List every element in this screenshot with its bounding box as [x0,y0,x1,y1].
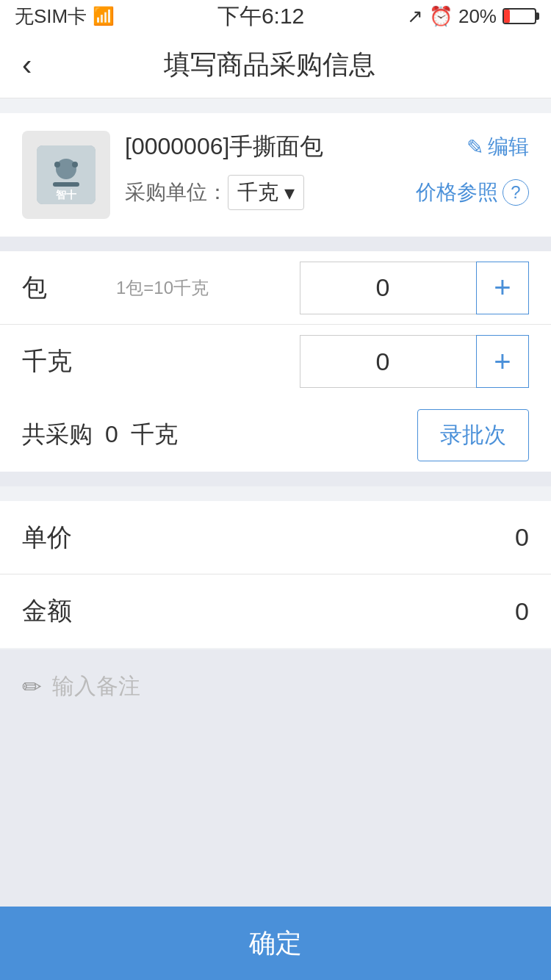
kg-plus-button[interactable]: + [476,335,529,388]
price-ref-help-icon: ? [503,179,529,206]
unit-price-row: 单价 0 [0,501,551,574]
battery-percent: 20% [458,5,497,28]
edit-button[interactable]: ✎ 编辑 [467,133,529,161]
total-row: 共采购 0 千克 录批次 [0,398,551,472]
svg-point-2 [54,162,60,167]
edit-label: 编辑 [488,133,529,161]
unit-label: 采购单位： [125,179,228,206]
bag-input-control: + [300,262,529,314]
status-time: 下午6:12 [217,1,304,32]
amount-value: 0 [515,597,529,626]
status-bar: 无SIM卡 📶 下午6:12 ↗ ⏰ 20% [0,0,551,32]
location-icon: ↗ [407,5,423,28]
kg-input-row: 千克 + [0,325,551,398]
bag-input-row: 包 1包=10千克 + [0,251,551,325]
price-ref-label: 价格参照 [416,179,498,206]
svg-text:智十: 智十 [55,189,77,201]
input-section: 包 1包=10千克 + 千克 + [0,251,551,398]
bag-label: 包 [22,271,110,305]
svg-point-3 [72,162,78,167]
back-button[interactable]: ‹ [22,48,46,82]
confirm-bar[interactable]: 确定 [0,907,551,980]
batch-button[interactable]: 录批次 [417,409,529,461]
kg-quantity-input[interactable] [300,335,476,388]
total-unit: 千克 [131,421,178,447]
remark-section[interactable]: ✏ 输入备注 [0,649,551,724]
unit-price-value: 0 [515,523,529,552]
unit-row: 采购单位： 千克 ▾ 价格参照 ? [125,175,529,210]
product-info: [0000006]手撕面包 ✎ 编辑 采购单位： 千克 ▾ 价格参照 ? [125,131,529,210]
unit-selector: 采购单位： 千克 ▾ [125,175,304,210]
product-card: 智十 [0000006]手撕面包 ✎ 编辑 采购单位： 千克 ▾ 价格参照 [0,113,551,237]
amount-label: 金额 [22,594,72,628]
page-title: 填写商品采购信息 [46,47,492,83]
kg-input-control: + [300,335,529,388]
bag-quantity-input[interactable] [300,262,476,314]
svg-point-1 [56,159,76,179]
bag-hint: 1包=10千克 [116,276,300,300]
product-id: [0000006] [125,133,229,159]
battery-icon [503,8,536,24]
svg-rect-4 [53,182,79,187]
total-prefix: 共采购 [22,421,93,447]
total-text: 共采购 0 千克 [22,419,178,451]
section-divider-2 [0,472,551,486]
alarm-icon: ⏰ [429,5,453,28]
remark-placeholder: 输入备注 [52,671,140,702]
brand-logo-svg: 智十 [37,145,96,204]
nav-bar: ‹ 填写商品采购信息 [0,32,551,98]
wifi-icon: 📶 [93,6,115,26]
kg-label: 千克 [22,345,110,378]
section-divider-1 [0,237,551,251]
amount-row: 金额 0 [0,574,551,648]
total-amount: 0 [105,421,118,447]
unit-dropdown[interactable]: 千克 ▾ [228,175,304,210]
price-section: 单价 0 金额 0 [0,501,551,648]
bag-plus-button[interactable]: + [476,262,529,314]
carrier-label: 无SIM卡 [15,4,87,29]
dropdown-arrow-icon: ▾ [284,181,295,205]
product-name-row: [0000006]手撕面包 ✎ 编辑 [125,131,529,163]
price-reference-button[interactable]: 价格参照 ? [416,179,529,206]
unit-price-label: 单价 [22,521,72,555]
product-title: 手撕面包 [229,133,323,159]
confirm-button[interactable]: 确定 [249,926,302,962]
pencil-icon: ✏ [22,673,42,701]
status-left: 无SIM卡 📶 [15,4,115,29]
product-logo: 智十 [37,145,96,204]
battery-fill [504,10,510,23]
product-name: [0000006]手撕面包 [125,131,323,163]
status-right: ↗ ⏰ 20% [407,5,536,28]
edit-icon: ✎ [467,135,483,159]
product-image: 智十 [22,131,110,219]
unit-value: 千克 [237,179,278,206]
